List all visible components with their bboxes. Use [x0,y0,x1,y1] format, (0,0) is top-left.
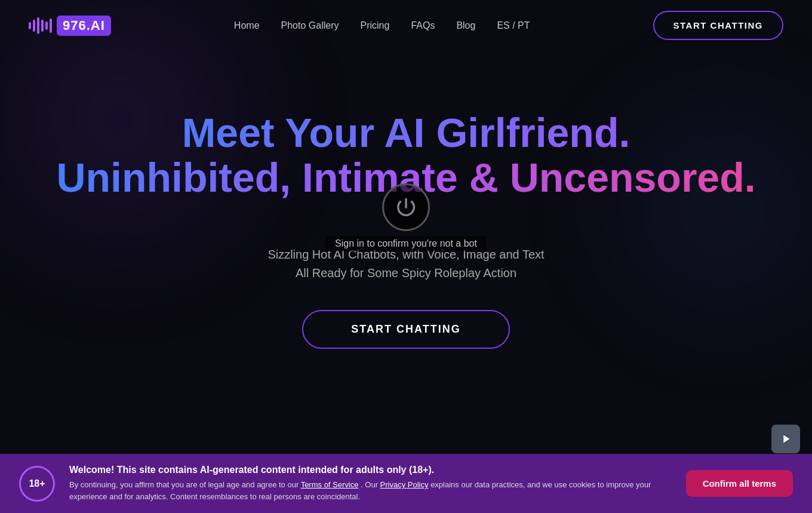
cookie-separator: . Our [361,480,378,489]
play-icon [779,432,792,446]
nav-links: Home Photo Gallery Pricing FAQs Blog ES … [234,20,530,31]
bar2 [33,20,35,32]
captcha-text: Sign in to confirm you're not a bot [325,236,487,251]
privacy-policy-link[interactable]: Privacy Policy [380,480,429,489]
hero-start-chatting-button[interactable]: START CHATTING [302,310,509,349]
nav-item-blog[interactable]: Blog [456,20,475,30]
bar6 [50,19,52,33]
bar5 [45,21,48,30]
cookie-body-text1: By continuing, you affirm that you are o… [69,480,299,489]
cookie-banner: 18+ Welcome! This site contains AI-gener… [0,454,812,513]
cookie-body: By continuing, you affirm that you are o… [69,479,672,502]
captcha-icon[interactable] [382,183,430,231]
logo[interactable]: 976.AI [29,16,111,36]
hero-section: Meet Your AI Girlfriend. Uninhibited, In… [0,51,812,385]
captcha-overlay[interactable]: Sign in to confirm you're not a bot [325,183,487,251]
power-icon [394,195,418,219]
navbar: 976.AI Home Photo Gallery Pricing FAQs B… [0,0,812,51]
nav-item-es-pt[interactable]: ES / PT [497,20,530,30]
logo-text: 976.AI [57,16,111,36]
cookie-text-wrap: Welcome! This site contains AI-generated… [69,465,672,502]
nav-item-photo-gallery[interactable]: Photo Gallery [281,20,339,30]
scroll-button[interactable] [771,425,800,453]
cookie-title: Welcome! This site contains AI-generated… [69,465,672,475]
terms-of-service-link[interactable]: Terms of Service [301,480,359,489]
hero-cta-wrap: START CHATTING [12,310,800,349]
nav-start-chatting-button[interactable]: START CHATTING [653,11,783,40]
hero-title-line1: Meet Your AI Girlfriend. [12,110,800,155]
bar4 [41,20,44,32]
age-badge: 18+ [19,466,55,502]
bar1 [29,22,31,29]
nav-item-faqs[interactable]: FAQs [411,20,435,30]
hero-subtitle2: All Ready for Some Spicy Roleplay Action [12,266,800,280]
bar3 [37,17,39,34]
confirm-terms-button[interactable]: Confirm all terms [686,470,793,497]
nav-item-pricing[interactable]: Pricing [360,20,389,30]
nav-item-home[interactable]: Home [234,20,260,30]
logo-bars [29,17,52,34]
